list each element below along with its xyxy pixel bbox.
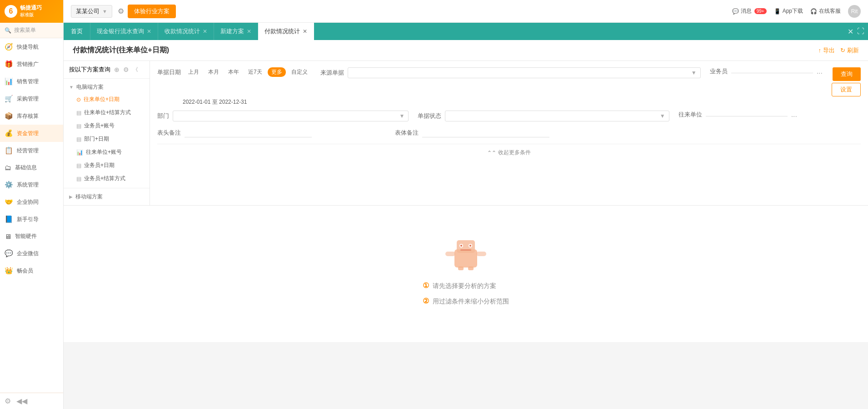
sidebar-item-guide[interactable]: 📘 新手引导 [0, 211, 63, 228]
date-range-display: 2022-01-01 至 2022-12-31 [157, 98, 861, 106]
sidebar-item-base-info[interactable]: 🗂 基础信息 [0, 159, 63, 176]
doc-status-select[interactable]: ▼ [445, 111, 669, 121]
tab-home[interactable]: 首页 [64, 23, 90, 40]
sidebar-label-sales: 销售管理 [17, 78, 39, 86]
scheme-add-button[interactable]: ⊕ [114, 66, 120, 73]
top-header: 某某公司 ▼ ⚙ 体验行业方案 💬 消息 99+ 📱 App下载 🎧 在线客服 … [64, 0, 868, 23]
date-this-month[interactable]: 本月 [205, 67, 223, 77]
filter-salesman-item: 业务员 ... [710, 67, 823, 76]
filter-scheme-wrapper: 按以下方案查询 ⊕ ⚙ 《 ▼ 电脑端方案 ⊙ 往来单位+日期 ▤ [64, 61, 868, 206]
tab-new-scheme[interactable]: 新建方案 ✕ [214, 23, 258, 40]
collapse-sidebar-icon[interactable]: ◀◀ [16, 397, 27, 405]
export-icon: ↑ [818, 47, 822, 54]
online-service-button[interactable]: 🎧 在线客服 [810, 7, 841, 15]
export-button[interactable]: ↑ 导出 [818, 46, 835, 55]
date-options: 上月 本月 本年 近7天 更多 自定义 [185, 67, 311, 77]
date-this-year[interactable]: 本年 [224, 67, 243, 77]
company-name: 某某公司 [76, 7, 100, 15]
refresh-label: 刷新 [847, 46, 859, 55]
sidebar-label-base-info: 基础信息 [15, 164, 37, 172]
scheme-item-staff-settlement[interactable]: ▤ 业务员+结算方式 [64, 172, 150, 185]
guide-icon: 📘 [5, 215, 13, 223]
dept-select[interactable]: ▼ [173, 111, 409, 121]
sidebar-item-capital[interactable]: 💰 资金管理 [0, 125, 63, 142]
sidebar-item-operation[interactable]: 📋 经营管理 [0, 142, 63, 159]
sidebar-item-enterprise[interactable]: 🤝 企业协同 [0, 193, 63, 211]
collapse-more-button[interactable]: ⌃⌃ 收起更多条件 [157, 144, 861, 161]
try-industry-btn[interactable]: 体验行业方案 [128, 5, 176, 18]
user-avatar[interactable]: Rit [848, 5, 861, 18]
sidebar-item-quick-nav[interactable]: 🧭 快捷导航 [0, 38, 63, 56]
date-custom[interactable]: 自定义 [288, 67, 311, 77]
scheme-item-staff-date[interactable]: ▤ 业务员+日期 [64, 159, 150, 172]
scheme-item-staff-account[interactable]: ▤ 业务员+账号 [64, 119, 150, 132]
date-last-month[interactable]: 上月 [185, 67, 203, 77]
body-note-label: 表体备注 [395, 129, 419, 137]
svg-rect-1 [457, 240, 475, 253]
sidebar: 6 畅捷通巧 标准版 🔍 搜索菜单 🧭 快捷导航 🎁 营销推广 📊 销售管理 🛒… [0, 0, 64, 409]
partner-input[interactable] [706, 113, 788, 116]
sidebar-item-purchase[interactable]: 🛒 采购管理 [0, 90, 63, 107]
empty-state-illustration [443, 236, 489, 272]
refresh-button[interactable]: ↻ 刷新 [840, 46, 859, 55]
partner-dots-btn[interactable]: ... [791, 111, 797, 119]
notification-button[interactable]: 💬 消息 99+ [732, 7, 767, 15]
scheme-settings-button[interactable]: ⚙ [123, 66, 129, 73]
scheme-item-partner-settlement[interactable]: ▤ 往来单位+结算方式 [64, 106, 150, 119]
sidebar-item-hardware[interactable]: 🖥 智能硬件 [0, 228, 63, 245]
header-note-label: 表头备注 [157, 129, 181, 137]
search-menu-button[interactable]: 🔍 搜索菜单 [0, 23, 63, 38]
sidebar-label-marketing: 营销推广 [17, 61, 39, 68]
settings-footer-icon[interactable]: ⚙ [5, 397, 11, 405]
cash-flow-tab-close[interactable]: ✕ [147, 28, 151, 35]
scheme-item-partner-account[interactable]: 📊 往来单位+账号 [64, 146, 150, 159]
search-icon: 🔍 [5, 27, 11, 34]
tab-cash-flow[interactable]: 现金银行流水查询 ✕ [90, 23, 158, 40]
filter-date-item: 单据日期 上月 本月 本年 近7天 更多 自定义 [157, 67, 311, 77]
tab-close-all-icon[interactable]: ✕ [848, 27, 853, 36]
source-doc-select[interactable]: ▼ [348, 67, 701, 78]
date-last-7days[interactable]: 近7天 [244, 67, 266, 77]
header-settings-icon[interactable]: ⚙ [118, 7, 124, 15]
filter-dept-item: 部门 ▼ [157, 111, 409, 121]
body-note-input[interactable] [422, 128, 549, 137]
empty-step-2: ② 用过滤条件来缩小分析范围 [423, 297, 509, 306]
scheme-panel-label: 按以下方案查询 [69, 66, 110, 74]
tab-expand-icon[interactable]: ⛶ [857, 27, 864, 35]
receipt-stats-tab-label: 收款情况统计 [165, 27, 200, 35]
sidebar-item-inventory[interactable]: 📦 库存核算 [0, 107, 63, 125]
payment-stats-tab-close[interactable]: ✕ [303, 28, 307, 35]
desktop-group-title[interactable]: ▼ 电脑端方案 [64, 81, 150, 93]
mobile-group-title[interactable]: ▶ 移动端方案 [64, 191, 150, 202]
new-scheme-tab-close[interactable]: ✕ [247, 28, 251, 35]
home-tab-label: 首页 [71, 27, 83, 35]
query-button[interactable]: 查询 [833, 67, 861, 81]
sidebar-label-quick-nav: 快捷导航 [17, 43, 39, 51]
sidebar-item-member[interactable]: 👑 畅会员 [0, 262, 63, 279]
app-download-button[interactable]: 📱 App下载 [774, 7, 803, 15]
scheme-collapse-button[interactable]: 《 [133, 66, 138, 74]
doc-status-arrow: ▼ [660, 113, 665, 119]
salesman-input[interactable] [731, 70, 813, 73]
scheme-item-partner-date[interactable]: ⊙ 往来单位+日期 [64, 93, 150, 106]
sidebar-item-sales[interactable]: 📊 销售管理 [0, 73, 63, 90]
receipt-stats-tab-close[interactable]: ✕ [203, 28, 207, 35]
tab-receipt-stats[interactable]: 收款情况统计 ✕ [158, 23, 214, 40]
filter-partner-item: 往来单位 ... [678, 111, 797, 119]
main-area: 某某公司 ▼ ⚙ 体验行业方案 💬 消息 99+ 📱 App下载 🎧 在线客服 … [64, 0, 868, 409]
scheme-item-dept-date[interactable]: ▤ 部门+日期 [64, 132, 150, 146]
scheme-active-icon: ⊙ [76, 96, 81, 103]
sidebar-item-marketing[interactable]: 🎁 营销推广 [0, 56, 63, 73]
source-doc-arrow: ▼ [691, 70, 697, 76]
sidebar-item-system[interactable]: ⚙️ 系统管理 [0, 176, 63, 193]
sidebar-item-wechat[interactable]: 💬 企业微信 [0, 245, 63, 262]
tab-payment-stats[interactable]: 付款情况统计 ✕ [258, 23, 314, 40]
set-button[interactable]: 设置 [832, 83, 861, 96]
salesman-dots-btn[interactable]: ... [817, 67, 823, 76]
company-selector[interactable]: 某某公司 ▼ [71, 5, 112, 18]
sidebar-label-operation: 经营管理 [17, 147, 39, 155]
svg-rect-10 [476, 252, 486, 256]
date-more[interactable]: 更多 [268, 67, 286, 77]
header-note-input[interactable] [185, 128, 312, 137]
hardware-icon: 🖥 [5, 232, 11, 240]
